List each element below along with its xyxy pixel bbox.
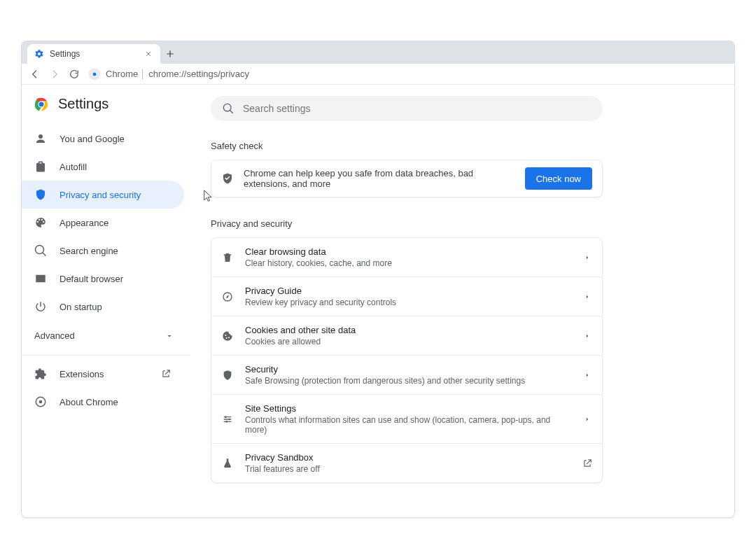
advanced-label: Advanced: [34, 330, 75, 341]
reload-icon[interactable]: [68, 68, 80, 80]
sidebar-item-on-startup[interactable]: On startup: [22, 293, 184, 321]
row-subtitle: Controls what information sites can use …: [245, 415, 571, 435]
chevron-right-icon: [582, 414, 592, 424]
privacy-settings-list: Clear browsing data Clear history, cooki…: [211, 237, 603, 483]
sidebar-item-label: About Chrome: [59, 397, 118, 407]
sidebar-item-search-engine[interactable]: Search engine: [22, 237, 184, 265]
row-title: Site Settings: [245, 403, 571, 414]
divider: [142, 69, 143, 79]
row-title: Privacy Sandbox: [245, 452, 571, 463]
address-bar[interactable]: Chrome chrome://settings/privacy: [88, 66, 727, 83]
external-link-icon: [582, 458, 592, 468]
search-settings[interactable]: [211, 96, 603, 121]
svg-point-9: [225, 416, 227, 418]
back-icon[interactable]: [29, 68, 41, 80]
sidebar-item-label: You and Google: [59, 134, 125, 144]
row-cookies[interactable]: Cookies and other site data Cookies are …: [211, 316, 602, 355]
external-link-icon: [160, 368, 172, 379]
row-title: Clear browsing data: [245, 246, 571, 257]
row-privacy-sandbox[interactable]: Privacy Sandbox Trial features are off: [211, 443, 602, 482]
sidebar-item-label: Default browser: [59, 274, 123, 284]
check-now-button[interactable]: Check now: [525, 167, 592, 190]
chrome-logo-icon: [34, 97, 48, 111]
chevron-down-icon: [164, 331, 174, 341]
row-subtitle: Trial features are off: [245, 464, 571, 474]
tab-strip: Settings: [22, 41, 734, 64]
privacy-heading: Privacy and security: [211, 218, 678, 229]
row-security[interactable]: Security Safe Browsing (protection from …: [211, 355, 602, 394]
browser-icon: [34, 272, 47, 285]
sidebar-item-label: Search engine: [59, 246, 118, 256]
svg-point-2: [93, 72, 97, 76]
sidebar-item-label: Extensions: [59, 369, 104, 379]
forward-icon[interactable]: [48, 68, 61, 80]
site-host: Chrome: [106, 69, 138, 79]
flask-icon: [221, 457, 234, 470]
palette-icon: [34, 216, 47, 229]
chrome-outline-icon: [34, 396, 47, 408]
person-icon: [34, 132, 47, 145]
chevron-right-icon: [582, 370, 592, 380]
row-site-settings[interactable]: Site Settings Controls what information …: [211, 394, 602, 443]
sidebar-item-extensions[interactable]: Extensions: [22, 360, 184, 388]
trash-icon: [221, 251, 234, 264]
sidebar-item-label: Appearance: [59, 218, 108, 228]
search-icon: [34, 244, 47, 257]
tab-title: Settings: [50, 49, 80, 59]
sidebar-advanced[interactable]: Advanced: [22, 321, 190, 351]
sidebar-item-about-chrome[interactable]: About Chrome: [22, 388, 184, 416]
chrome-icon: [88, 67, 102, 81]
divider: [22, 355, 190, 356]
close-icon[interactable]: [144, 49, 153, 59]
row-subtitle: Clear history, cookies, cache, and more: [245, 258, 571, 268]
main-content: Safety check Chrome can help keep you sa…: [190, 85, 734, 517]
power-icon: [34, 300, 47, 313]
search-icon: [222, 102, 234, 115]
chevron-right-icon: [582, 292, 592, 302]
shield-icon: [34, 188, 47, 201]
sidebar-item-you-and-google[interactable]: You and Google: [22, 125, 184, 153]
safety-check-card: Chrome can help keep you safe from data …: [211, 160, 603, 197]
svg-point-5: [39, 102, 44, 106]
sidebar-item-privacy-and-security[interactable]: Privacy and security: [22, 181, 184, 209]
new-tab-button[interactable]: [160, 44, 180, 64]
tab-settings[interactable]: Settings: [27, 44, 160, 64]
sidebar-item-label: On startup: [59, 302, 102, 312]
cookie-icon: [221, 330, 234, 342]
svg-point-7: [39, 400, 43, 404]
mouse-cursor-icon: [204, 190, 214, 204]
gear-icon: [34, 49, 44, 59]
sidebar-item-appearance[interactable]: Appearance: [22, 209, 184, 237]
row-title: Cookies and other site data: [245, 325, 571, 335]
compass-icon: [221, 290, 234, 303]
row-title: Privacy Guide: [245, 286, 571, 296]
url-text: chrome://settings/privacy: [148, 69, 249, 79]
chevron-right-icon: [582, 331, 592, 341]
extension-icon: [34, 368, 47, 380]
safety-check-heading: Safety check: [211, 141, 678, 151]
row-subtitle: Review key privacy and security controls: [245, 298, 571, 307]
sidebar-item-autofill[interactable]: Autofill: [22, 153, 184, 181]
search-input[interactable]: [243, 103, 592, 114]
sidebar-nav: You and Google Autofill Privacy and secu…: [22, 119, 190, 321]
row-privacy-guide[interactable]: Privacy Guide Review key privacy and sec…: [211, 276, 602, 316]
chevron-right-icon: [582, 253, 592, 262]
row-subtitle: Cookies are allowed: [245, 337, 571, 346]
shield-icon: [221, 369, 234, 382]
sliders-icon: [221, 413, 234, 426]
clipboard-icon: [34, 160, 47, 173]
shield-check-icon: [221, 172, 234, 185]
safety-check-text: Chrome can help keep you safe from data …: [244, 168, 515, 189]
page-header: Settings: [22, 96, 190, 119]
sidebar-item-default-browser[interactable]: Default browser: [22, 265, 184, 293]
row-clear-browsing-data[interactable]: Clear browsing data Clear history, cooki…: [211, 238, 602, 276]
site-chip: Chrome: [88, 67, 143, 81]
toolbar: Chrome chrome://settings/privacy: [22, 64, 734, 85]
browser-window: Settings Chrome: [21, 41, 735, 518]
row-title: Security: [245, 364, 571, 374]
sidebar-item-label: Privacy and security: [59, 190, 141, 200]
sidebar-item-label: Autofill: [59, 162, 87, 172]
svg-point-11: [225, 421, 227, 423]
content: Settings You and Google Autofill: [22, 85, 734, 517]
row-subtitle: Safe Browsing (protection from dangerous…: [245, 376, 571, 386]
